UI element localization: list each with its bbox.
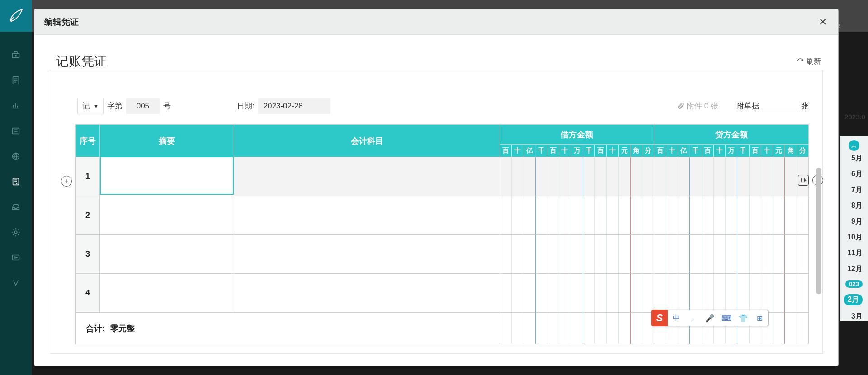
- voucher-number-input[interactable]: [126, 98, 160, 114]
- ime-mic-icon[interactable]: 🎤: [701, 314, 718, 323]
- modal-header: 编辑凭证 ✕: [34, 9, 838, 35]
- seq-cell: 2: [76, 196, 100, 235]
- close-icon[interactable]: ✕: [817, 17, 828, 28]
- voucher-type-select[interactable]: 记 ▼: [77, 98, 104, 114]
- receipt-count-input[interactable]: [762, 100, 798, 112]
- debit-cell[interactable]: [500, 157, 654, 196]
- left-sidebar: [0, 0, 32, 375]
- svg-rect-1: [13, 128, 19, 134]
- insert-row-icon[interactable]: [798, 175, 809, 186]
- date-group: 日期:: [237, 98, 330, 114]
- receipt-group: 附单据 张: [736, 100, 809, 112]
- th-credit: 贷方金额: [654, 125, 809, 145]
- app-logo[interactable]: [0, 0, 32, 32]
- ime-skin-icon[interactable]: 👕: [735, 314, 751, 323]
- month-11[interactable]: 11月: [847, 248, 863, 258]
- hao-label: 号: [163, 101, 171, 111]
- table-row: 1: [76, 157, 809, 196]
- month-5[interactable]: 5月: [851, 154, 863, 163]
- credit-cell[interactable]: [654, 274, 809, 313]
- month-3[interactable]: 3月: [851, 312, 863, 321]
- refresh-icon: [797, 58, 804, 65]
- feather-icon: [8, 8, 24, 24]
- collapse-months-icon[interactable]: ︽: [849, 140, 859, 151]
- debit-cell[interactable]: [500, 235, 654, 274]
- voucher-heading: 记账凭证: [56, 53, 107, 70]
- table-row: 2: [76, 196, 809, 235]
- sogou-icon[interactable]: S: [651, 310, 668, 326]
- summary-cell[interactable]: [100, 196, 234, 235]
- summary-cell[interactable]: [100, 235, 234, 274]
- year-badge[interactable]: 023: [845, 280, 863, 288]
- refresh-label: 刷新: [807, 57, 821, 66]
- caret-down-icon: ▼: [94, 103, 99, 109]
- table-row: 3: [76, 235, 809, 274]
- nav-chart-icon[interactable]: [10, 100, 21, 111]
- zidi-label: 字第: [107, 101, 123, 111]
- nav-doc-icon[interactable]: [10, 75, 21, 86]
- nav-gear-icon[interactable]: [10, 227, 21, 238]
- ime-keyboard-icon[interactable]: ⌨: [718, 314, 735, 323]
- subject-cell[interactable]: [234, 157, 500, 196]
- month-list: 5月 6月 7月 8月 9月 10月 11月 12月 023 2月 3月: [840, 154, 868, 321]
- subject-cell[interactable]: [234, 274, 500, 313]
- th-seq: 序号: [76, 125, 100, 157]
- ime-punct[interactable]: ，: [684, 314, 701, 323]
- nav-video-icon[interactable]: [10, 252, 21, 263]
- total-debit: [500, 313, 654, 344]
- nav-inbox-icon[interactable]: [10, 202, 21, 212]
- date-input[interactable]: [258, 98, 330, 114]
- summary-cell[interactable]: [100, 274, 234, 313]
- nav-receipt-icon[interactable]: [10, 126, 21, 136]
- total-text: 零元整: [110, 323, 135, 334]
- svg-rect-6: [801, 178, 804, 182]
- svg-rect-5: [13, 255, 19, 260]
- seq-cell: 3: [76, 235, 100, 274]
- table-row: 4: [76, 274, 809, 313]
- month-12[interactable]: 12月: [847, 264, 863, 274]
- ime-lang[interactable]: 中: [668, 314, 684, 323]
- add-row-button[interactable]: +: [61, 176, 72, 187]
- debit-digits-header: 百十亿千百十万千百十元角分: [500, 145, 654, 157]
- month-10[interactable]: 10月: [847, 233, 863, 242]
- receipt-label: 附单据: [736, 101, 760, 111]
- th-debit: 借方金额: [500, 125, 654, 145]
- subject-cell[interactable]: [234, 235, 500, 274]
- modal-title: 编辑凭证: [44, 16, 79, 28]
- month-panel: ︽ 5月 6月 7月 8月 9月 10月 11月 12月 023 2月 3月: [840, 136, 868, 321]
- subject-cell[interactable]: [234, 196, 500, 235]
- zhang-label: 张: [801, 101, 809, 111]
- refresh-button[interactable]: 刷新: [797, 57, 821, 66]
- total-cell: 合计: 零元整: [76, 313, 500, 344]
- scrollbar-thumb[interactable]: [816, 168, 821, 294]
- seq-cell: 4: [76, 274, 100, 313]
- svg-point-4: [14, 231, 17, 234]
- attach-group: 附件 0 张 附单据 张: [677, 100, 809, 112]
- summary-cell[interactable]: [100, 157, 234, 196]
- credit-cell[interactable]: [654, 157, 809, 196]
- th-summary: 摘要: [100, 125, 234, 157]
- month-6[interactable]: 6月: [851, 169, 863, 179]
- summary-input[interactable]: [100, 156, 234, 195]
- attachment-link[interactable]: 附件 0 张: [677, 101, 718, 111]
- seq-cell: 1: [76, 157, 100, 196]
- credit-cell[interactable]: [654, 196, 809, 235]
- nav-globe-icon[interactable]: [10, 151, 21, 162]
- debit-cell[interactable]: [500, 196, 654, 235]
- nav-money-icon[interactable]: [10, 50, 21, 61]
- month-8[interactable]: 8月: [851, 201, 863, 211]
- date-label: 日期:: [237, 101, 255, 111]
- paperclip-icon: [677, 103, 684, 110]
- month-9[interactable]: 9月: [851, 217, 863, 226]
- voucher-controls: 记 ▼ 字第 号 日期: 附件 0 张: [50, 70, 822, 124]
- credit-cell[interactable]: [654, 235, 809, 274]
- debit-cell[interactable]: [500, 274, 654, 313]
- period-hint: 2023.0: [844, 113, 865, 121]
- ime-menu-icon[interactable]: ⊞: [751, 314, 768, 323]
- nav-voucher-icon[interactable]: [10, 176, 21, 187]
- ime-toolbar[interactable]: S 中 ， 🎤 ⌨ 👕 ⊞: [651, 310, 769, 326]
- month-7[interactable]: 7月: [851, 185, 863, 195]
- month-current[interactable]: 2月: [844, 294, 863, 305]
- attachment-label: 附件 0 张: [687, 101, 718, 111]
- nav-v-icon[interactable]: [10, 277, 21, 288]
